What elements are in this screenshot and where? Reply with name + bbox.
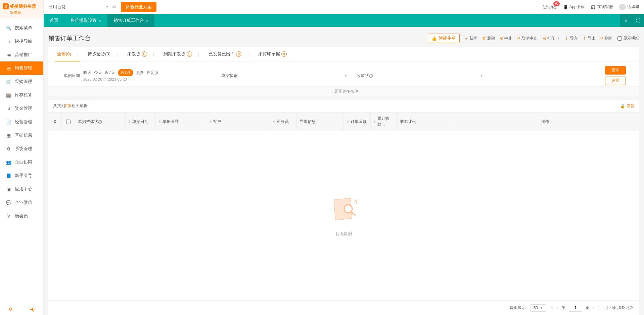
cart-icon: 🛒 xyxy=(6,79,11,84)
print-button[interactable]: 🖨打印▼ xyxy=(542,36,560,41)
refresh-button[interactable]: ⟳刷新 xyxy=(600,36,613,41)
col-error[interactable]: 异常信息 xyxy=(297,113,344,131)
page-input[interactable] xyxy=(569,304,582,312)
sidebar-item-2[interactable]: 🛍营销推广 xyxy=(0,48,43,61)
refresh-icon: ⟳ xyxy=(600,36,604,41)
filter-tab-3[interactable]: 到期未发货0| xyxy=(159,47,204,61)
sidebar-item-label: 采购管理 xyxy=(15,79,32,85)
close-icon[interactable]: × xyxy=(146,18,149,23)
sidebar-item-14[interactable]: V畅会员 xyxy=(0,209,43,223)
tabs-bar: 首页售价提取设置×销售订单工作台× ✕ ⛶ xyxy=(44,14,644,27)
receipt-select[interactable]: ▼ xyxy=(376,72,484,79)
page-size-select[interactable]: 50 ▼ xyxy=(531,304,546,312)
col-ratio[interactable]: 收款比例 xyxy=(398,113,451,131)
stop-button[interactable]: ⊘中止 xyxy=(500,36,512,41)
sidebar-item-5[interactable]: 🏬库存核算 xyxy=(0,88,43,102)
chat-icon: 💬 xyxy=(6,200,11,205)
home-icon: ⌂ xyxy=(6,39,11,44)
last-page-button[interactable]: 〉 xyxy=(598,305,602,311)
sidebar-item-13[interactable]: 💬企业微信 xyxy=(0,196,43,209)
messages-button[interactable]: 💬 消息 70 xyxy=(543,4,557,10)
filter-tab-0[interactable]: 全部(0)| xyxy=(52,47,83,61)
sidebar-item-label: 搜索菜单 xyxy=(15,25,32,31)
sidebar-item-3[interactable]: ◎销售管理 xyxy=(0,61,43,75)
show-detail-checkbox[interactable]: 显示明细 xyxy=(617,36,639,41)
col-amount[interactable]: ▲▼订单金额 xyxy=(344,113,371,131)
import-button[interactable]: ⭳导入 xyxy=(565,36,578,41)
online-service-button[interactable]: 🎧 在线客服 xyxy=(591,4,613,10)
status-select[interactable]: ▼ xyxy=(241,72,348,79)
tab-0[interactable]: 首页 xyxy=(44,14,64,27)
brand-edition: 标准版 xyxy=(10,10,41,15)
ship-button[interactable]: 🔒 发货 xyxy=(620,103,635,109)
sidebar-item-label: 销售管理 xyxy=(15,65,32,71)
export-button[interactable]: ⭱导出 xyxy=(583,36,596,41)
category-select[interactable]: 日用百货 ▼ xyxy=(48,4,109,10)
col-status[interactable]: 单据整体状态 xyxy=(75,113,126,131)
category-settings-icon[interactable]: ⚙ xyxy=(112,4,118,10)
page-title: 销售订单工作台 xyxy=(48,34,91,42)
unstop-button[interactable]: ↺取消中止 xyxy=(517,36,538,41)
tab-1[interactable]: 售价提取设置× xyxy=(64,14,107,27)
sidebar-item-0[interactable]: 🔍搜索菜单 xyxy=(0,21,43,35)
delete-button[interactable]: 🗑删除 xyxy=(482,36,495,41)
smart-generate-button[interactable]: 👍 智能生单 xyxy=(428,34,460,43)
next-page-button[interactable]: › xyxy=(593,306,594,310)
column-settings-button[interactable]: ⚙ xyxy=(48,113,62,131)
filter-tab-4[interactable]: 已发货已出库0| xyxy=(204,47,253,61)
col-customer[interactable]: ▲▼客户 xyxy=(206,113,270,131)
money-icon: ＄ xyxy=(6,106,11,111)
date-opt[interactable]: 昨天 xyxy=(83,70,91,76)
sidebar-item-label: 资金管理 xyxy=(15,105,32,111)
logo-area: b 畅捷通好生意 标准版 xyxy=(0,0,43,18)
chevron-down-icon: ▼ xyxy=(105,5,109,9)
query-button[interactable]: 查询 xyxy=(605,66,626,75)
close-icon[interactable]: × xyxy=(99,18,101,23)
filter-settings-button[interactable]: 设置 xyxy=(605,77,626,85)
fullscreen-button[interactable]: ⛶ xyxy=(632,14,644,27)
sort-icon: ▲▼ xyxy=(209,120,212,123)
date-opt[interactable]: 今天 xyxy=(94,70,102,76)
col-number[interactable]: ▲▼单据编号 xyxy=(156,113,206,131)
experience-button[interactable]: 体验行业方案 xyxy=(121,2,156,12)
date-opt[interactable]: 更多 xyxy=(136,70,144,76)
date-opt[interactable]: 近1月 xyxy=(118,69,134,76)
sidebar-item-1[interactable]: ⌂快捷导航 xyxy=(0,35,43,48)
headset-icon: 🎧 xyxy=(591,5,596,9)
collapse-icon[interactable]: ◀) xyxy=(30,307,35,312)
sidebar-item-label: 新手引导 xyxy=(15,173,32,179)
result-summary: 共找到 0张 相关单据 🔒 发货 xyxy=(48,100,639,112)
filter-tab-2[interactable]: 未发货0| xyxy=(123,47,159,61)
sidebar-item-8[interactable]: ▦基础信息 xyxy=(0,129,43,142)
add-button[interactable]: ＋新增 xyxy=(464,36,477,41)
date-range: 2023-02-20 至 2023-03-20 xyxy=(83,77,159,82)
col-date[interactable]: ▲▼单据日期 xyxy=(126,113,156,131)
prev-page-button[interactable]: ‹ xyxy=(557,306,558,310)
settings-icon[interactable]: ⚙ xyxy=(9,307,13,312)
sidebar-item-9[interactable]: ⚙系统管理 xyxy=(0,142,43,155)
date-opt[interactable]: 自定义 xyxy=(147,70,159,76)
tab-2[interactable]: 销售订单工作台× xyxy=(107,14,155,27)
filter-tab-5[interactable]: 未打印单据0 xyxy=(254,47,291,61)
select-all-checkbox[interactable] xyxy=(66,120,71,124)
sidebar-item-6[interactable]: ＄资金管理 xyxy=(0,102,43,115)
empty-illustration xyxy=(325,195,362,225)
sidebar-item-label: 快捷导航 xyxy=(15,38,32,44)
sidebar-item-12[interactable]: ▣应用中心 xyxy=(0,182,43,196)
user-menu[interactable]: 徐泽华 xyxy=(619,4,639,10)
sidebar-item-7[interactable]: 📄经营管理 xyxy=(0,115,43,129)
date-opt[interactable]: 近7天 xyxy=(105,70,115,76)
expand-filters-button[interactable]: ⌄ 展开更多条件 xyxy=(48,86,639,96)
filter-tab-1[interactable]: 待拣验货(0)| xyxy=(83,47,122,61)
filter-tabs: 全部(0)|待拣验货(0)|未发货0|到期未发货0|已发货已出库0|未打印单据0 xyxy=(48,47,639,61)
app-download-button[interactable]: 📱 App下载 xyxy=(563,4,585,10)
col-salesperson[interactable]: ▲▼业务员 xyxy=(270,113,297,131)
sidebar-item-10[interactable]: 👥企业协同 xyxy=(0,155,43,169)
sidebar-item-label: 应用中心 xyxy=(15,186,32,192)
sidebar-item-4[interactable]: 🛒采购管理 xyxy=(0,75,43,88)
first-page-button[interactable]: K xyxy=(551,306,553,310)
sidebar-item-11[interactable]: 📘新手引导 xyxy=(0,169,43,182)
plus-icon: ＋ xyxy=(464,36,468,41)
tab-close-button[interactable]: ✕ xyxy=(620,14,632,27)
col-received[interactable]: ▲▼累计收款... xyxy=(371,113,398,131)
